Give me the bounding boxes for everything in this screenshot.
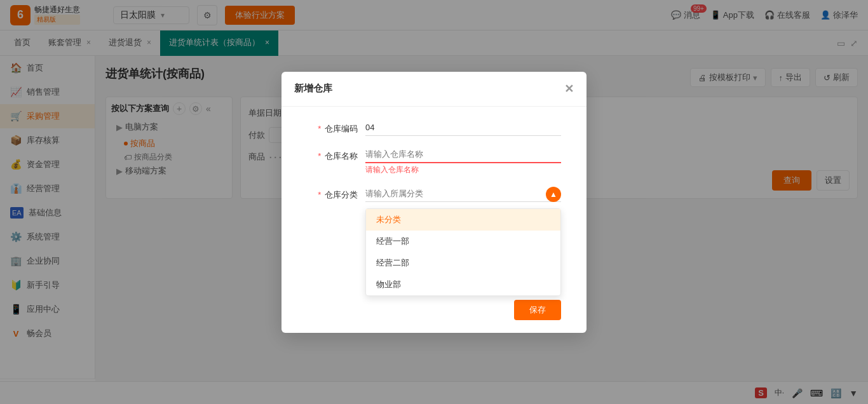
warehouse-category-select-area: ▲ xyxy=(365,185,561,202)
uncategorized-label: 未分类 xyxy=(376,215,401,224)
warehouse-name-input-row: * 仓库名称 xyxy=(307,146,561,163)
new-warehouse-modal: 新增仓库 ✕ * 仓库编码 * 仓库名称 xyxy=(281,72,587,333)
operations-dept-1-label: 经营一部 xyxy=(376,236,409,246)
operations-dept-2-label: 经营二部 xyxy=(376,258,409,267)
modal-body: * 仓库编码 * 仓库名称 请输入仓库名称 * xyxy=(281,107,587,219)
warehouse-category-input[interactable] xyxy=(365,185,561,201)
save-button[interactable]: 保存 xyxy=(514,300,561,320)
warehouse-code-row: * 仓库编码 xyxy=(307,119,561,136)
dropdown-item-uncategorized[interactable]: 未分类 xyxy=(366,209,560,231)
modal-header: 新增仓库 ✕ xyxy=(281,72,587,107)
modal-close-btn[interactable]: ✕ xyxy=(564,82,574,96)
warehouse-code-input[interactable] xyxy=(365,119,561,136)
modal-title: 新增仓库 xyxy=(294,83,332,95)
warehouse-name-row: * 仓库名称 请输入仓库名称 xyxy=(307,146,561,175)
category-dropdown: 未分类 经营一部 经营二部 物业部 xyxy=(365,208,561,296)
warehouse-category-row: * 仓库分类 ▲ 未分类 经营一部 经营二部 xyxy=(307,185,561,202)
modal-overlay[interactable]: 新增仓库 ✕ * 仓库编码 * 仓库名称 xyxy=(0,0,868,404)
dropdown-item-operations-dept-2[interactable]: 经营二部 xyxy=(366,252,560,274)
warehouse-category-label: * 仓库分类 xyxy=(307,185,358,201)
property-dept-label: 物业部 xyxy=(376,279,401,289)
warehouse-code-label: * 仓库编码 xyxy=(307,119,358,135)
category-dropdown-toggle[interactable]: ▲ xyxy=(546,187,561,202)
dropdown-item-property-dept[interactable]: 物业部 xyxy=(366,274,560,295)
warehouse-name-label: * 仓库名称 xyxy=(307,147,358,162)
dropdown-item-operations-dept-1[interactable]: 经营一部 xyxy=(366,231,560,252)
warehouse-name-input[interactable] xyxy=(365,146,561,163)
modal-footer: 保存 xyxy=(281,295,587,320)
warehouse-name-error: 请输入仓库名称 xyxy=(365,165,419,175)
